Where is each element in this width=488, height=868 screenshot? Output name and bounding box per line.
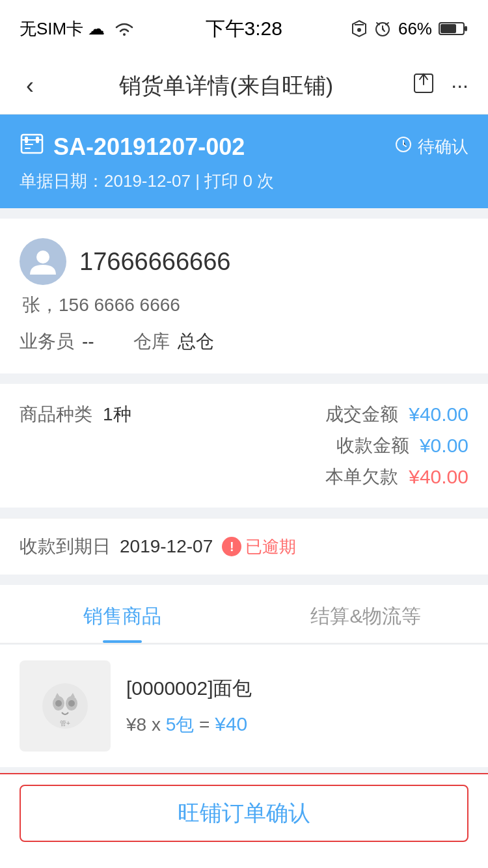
alarm-icon [373, 20, 392, 38]
received-amount-value: ¥0.00 [420, 435, 468, 457]
status-left: 无SIM卡 ☁ [20, 18, 136, 40]
status-time: 下午3:28 [206, 16, 282, 42]
received-amount-row: 收款金额 ¥0.00 [336, 433, 468, 458]
order-id-text: SA-20191207-002 [53, 133, 245, 161]
back-button[interactable]: ‹ [20, 66, 40, 106]
status-right: 66% [351, 19, 468, 39]
svg-point-14 [55, 700, 62, 707]
tabs: 销售商品 结算&物流等 [0, 585, 488, 644]
product-thumbnail-icon: 管+ [39, 680, 91, 732]
more-icon[interactable]: ··· [451, 74, 468, 98]
product-price: ¥8 x 5包 = ¥40 [126, 712, 468, 737]
warehouse-value: 总仓 [178, 329, 214, 354]
warehouse-item: 仓库 总仓 [133, 329, 214, 354]
svg-point-10 [36, 251, 49, 264]
product-type-count: 1种 [103, 402, 131, 427]
location-icon [351, 20, 367, 38]
nav-bar: ‹ 销货单详情(来自旺铺) ··· [0, 57, 488, 115]
bottom-btn-container: 旺铺订单确认 [0, 773, 488, 868]
status-bar: 无SIM卡 ☁ 下午3:28 66% [0, 0, 488, 57]
product-qty: 5包 [166, 714, 195, 735]
overdue-icon: ! [222, 537, 241, 556]
battery-icon [439, 21, 468, 36]
share-icon[interactable] [412, 72, 435, 100]
svg-rect-8 [36, 137, 39, 143]
due-label: 收款到期日 [20, 534, 111, 559]
tab-sales-products[interactable]: 销售商品 [0, 585, 244, 643]
order-status: 待确认 [394, 135, 468, 158]
due-date-value: 2019-12-07 [120, 536, 213, 557]
product-image: 管+ [20, 660, 111, 752]
owed-amount-value: ¥40.00 [409, 466, 468, 488]
due-date-section: 收款到期日 2019-12-07 ! 已逾期 [0, 518, 488, 575]
status-text: 待确认 [418, 135, 468, 158]
avatar [20, 238, 66, 285]
amounts-info: 成交金额 ¥40.00 收款金额 ¥0.00 本单欠款 ¥40.00 [325, 402, 468, 489]
equals-text: = [194, 714, 215, 735]
customer-section: 17666666666 张，156 6666 6666 业务员 -- 仓库 总仓 [0, 219, 488, 373]
product-name: [0000002]面包 [126, 675, 468, 702]
svg-rect-3 [465, 26, 467, 31]
summary-section: 商品种类 1种 成交金额 ¥40.00 收款金额 ¥0.00 本单欠款 ¥40.… [0, 384, 488, 508]
salesperson-label: 业务员 [20, 329, 74, 354]
tab-settlement-logistics[interactable]: 结算&物流等 [244, 585, 488, 643]
overdue-text: 已逾期 [245, 536, 296, 558]
svg-rect-7 [25, 137, 28, 143]
product-type-label: 商品种类 [20, 402, 92, 427]
product-info: [0000002]面包 ¥8 x 5包 = ¥40 [126, 675, 468, 737]
salesperson-item: 业务员 -- [20, 329, 94, 354]
salesperson-value: -- [82, 331, 94, 352]
order-banner: SA-20191207-002 待确认 单据日期：2019-12-07 | 打印… [0, 115, 488, 208]
owed-amount-row: 本单欠款 ¥40.00 [325, 465, 468, 489]
product-item: 管+ [0000002]面包 ¥8 x 5包 = ¥40 [0, 645, 488, 767]
battery-text: 66% [398, 19, 432, 39]
deal-amount-label: 成交金额 [325, 402, 398, 427]
svg-point-0 [357, 28, 361, 32]
deal-amount-row: 成交金额 ¥40.00 [325, 402, 468, 427]
product-type-info: 商品种类 1种 [20, 402, 131, 427]
customer-phone: 17666666666 [79, 248, 230, 276]
price-text: ¥8 x [126, 714, 166, 735]
svg-point-15 [68, 700, 75, 707]
received-amount-label: 收款金额 [336, 433, 409, 458]
no-sim-text: 无SIM卡 ☁ [20, 18, 105, 40]
page-title: 销货单详情(来自旺铺) [119, 71, 333, 101]
svg-rect-4 [441, 24, 456, 33]
owed-amount-label: 本单欠款 [325, 465, 398, 489]
order-id-icon [20, 133, 44, 161]
deal-amount-value: ¥40.00 [409, 403, 468, 426]
nav-actions: ··· [412, 72, 468, 100]
order-id: SA-20191207-002 [20, 133, 245, 161]
warehouse-label: 仓库 [133, 329, 170, 354]
customer-meta: 业务员 -- 仓库 总仓 [20, 329, 468, 354]
customer-detail: 张，156 6666 6666 [20, 293, 468, 318]
overdue-badge: ! 已逾期 [222, 536, 296, 558]
order-date: 单据日期：2019-12-07 | 打印 0 次 [20, 170, 468, 193]
status-clock-icon [394, 135, 413, 158]
product-total: ¥40 [215, 713, 247, 735]
wifi-icon [113, 20, 136, 37]
svg-text:管+: 管+ [60, 720, 70, 727]
confirm-order-button[interactable]: 旺铺订单确认 [20, 785, 468, 842]
